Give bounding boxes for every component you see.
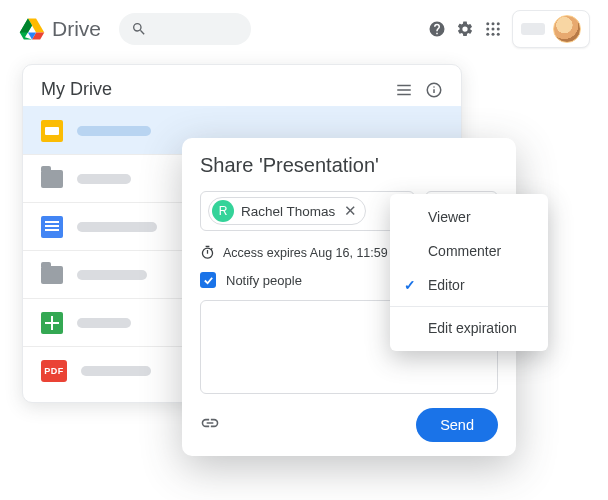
folder-icon xyxy=(41,170,63,188)
check-icon: ✓ xyxy=(404,277,420,293)
share-title: Share 'Presentation' xyxy=(200,154,498,177)
notify-checkbox[interactable] xyxy=(200,272,216,288)
svg-point-5 xyxy=(497,28,500,31)
gear-icon[interactable] xyxy=(456,20,474,38)
apps-icon[interactable] xyxy=(484,20,502,38)
avatar xyxy=(553,15,581,43)
file-name-placeholder xyxy=(77,174,131,184)
expiry-text: Access expires Aug 16, 11:59 PM xyxy=(223,246,410,260)
topbar: Drive xyxy=(0,0,608,54)
recipients-input[interactable]: R Rachel Thomas ✕ xyxy=(200,191,415,231)
recipient-name: Rachel Thomas xyxy=(241,204,335,219)
file-name-placeholder xyxy=(77,318,131,328)
edit-expiration-option[interactable]: Edit expiration xyxy=(390,311,548,345)
checkmark-icon xyxy=(203,275,214,286)
doc-icon xyxy=(41,216,63,238)
link-icon xyxy=(200,413,220,433)
svg-point-6 xyxy=(486,33,489,36)
recipient-avatar: R xyxy=(212,200,234,222)
svg-point-3 xyxy=(486,28,489,31)
role-option-commenter[interactable]: Commenter xyxy=(390,234,548,268)
top-icons xyxy=(428,10,590,48)
slides-icon xyxy=(41,120,63,142)
role-option-editor[interactable]: ✓Editor xyxy=(390,268,548,302)
folder-icon xyxy=(41,266,63,284)
file-name-placeholder xyxy=(77,222,157,232)
file-name-placeholder xyxy=(77,270,147,280)
recipient-chip[interactable]: R Rachel Thomas ✕ xyxy=(208,197,366,225)
sheet-icon xyxy=(41,312,63,334)
timer-icon xyxy=(200,245,215,260)
role-menu: Viewer Commenter ✓Editor Edit expiration xyxy=(390,194,548,351)
drive-brand[interactable]: Drive xyxy=(18,15,101,43)
svg-point-8 xyxy=(497,33,500,36)
list-view-icon[interactable] xyxy=(395,81,413,99)
svg-point-0 xyxy=(486,22,489,25)
account-placeholder xyxy=(521,23,545,35)
file-name-placeholder xyxy=(77,126,151,136)
send-button[interactable]: Send xyxy=(416,408,498,442)
remove-recipient-icon[interactable]: ✕ xyxy=(344,202,357,220)
svg-point-11 xyxy=(433,86,435,88)
copy-link-button[interactable] xyxy=(200,413,220,437)
search-icon xyxy=(131,21,147,37)
notify-label: Notify people xyxy=(226,273,302,288)
menu-separator xyxy=(390,306,548,307)
svg-point-4 xyxy=(492,28,495,31)
share-modal: Share 'Presentation' R Rachel Thomas ✕ E… xyxy=(182,138,516,456)
search-input[interactable] xyxy=(119,13,251,45)
svg-point-2 xyxy=(497,22,500,25)
account-switcher[interactable] xyxy=(512,10,590,48)
svg-point-1 xyxy=(492,22,495,25)
pdf-icon: PDF xyxy=(41,360,67,382)
drive-logo-icon xyxy=(18,15,46,43)
brand-name: Drive xyxy=(52,17,101,41)
help-icon[interactable] xyxy=(428,20,446,38)
svg-point-7 xyxy=(492,33,495,36)
info-icon[interactable] xyxy=(425,81,443,99)
file-name-placeholder xyxy=(81,366,151,376)
page-title: My Drive xyxy=(41,79,112,100)
role-option-viewer[interactable]: Viewer xyxy=(390,200,548,234)
